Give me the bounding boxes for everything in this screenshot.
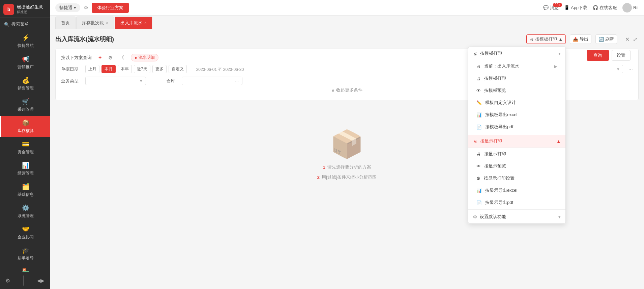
filter-settings-right-button[interactable]: 设置 bbox=[612, 50, 631, 61]
sidebar-item-purchase[interactable]: 🛒 采购管理 bbox=[0, 95, 50, 116]
dropdown-display-print-header[interactable]: 🖨 按显示打印 ▲ bbox=[468, 135, 565, 148]
dropdown-display-print-label: 按显示打印 bbox=[480, 138, 502, 144]
date-filter-buttons: 上月 本月 本年 近7天 更多 自定义 bbox=[85, 65, 187, 73]
date-btn-custom[interactable]: 自定义 bbox=[169, 65, 187, 73]
hint1-text: 请先选择要分析的方案 bbox=[327, 164, 371, 170]
app-download-button[interactable]: 📱 App下载 bbox=[564, 5, 587, 11]
dropdown-display-print-settings[interactable]: ⚙ 按显示打印设置 bbox=[468, 172, 565, 184]
item-pdf-icon: 📄 bbox=[476, 125, 482, 130]
customer-service-button[interactable]: 🎧 在线客服 bbox=[593, 5, 617, 11]
sidebar-item-label: 系统管理 bbox=[18, 213, 34, 219]
message-button[interactable]: 💬 消息 99+ bbox=[543, 5, 559, 11]
collapse-label: 收起更多条件 bbox=[336, 87, 362, 93]
dropdown-template-print-header[interactable]: 🖨 按模板打印 ▾ bbox=[468, 47, 565, 60]
sidebar-bottom: ⚙ ◀▶ bbox=[0, 272, 50, 289]
display-section-icon: 🖨 bbox=[473, 139, 477, 144]
sidebar-item-operations[interactable]: 📊 经营管理 bbox=[0, 158, 50, 180]
export-button[interactable]: 📤 导出 bbox=[570, 34, 591, 44]
tab-batch-account-close[interactable]: × bbox=[106, 21, 108, 25]
sidebar-item-appstore[interactable]: 🏪 应用中心 bbox=[0, 265, 50, 272]
promo-button[interactable]: 体验行业方案 bbox=[92, 3, 129, 13]
sidebar-item-finance[interactable]: 💳 资金管理 bbox=[0, 137, 50, 158]
dropdown-template-export-excel[interactable]: 📊 按模板导出excel bbox=[468, 109, 565, 121]
user-selector[interactable]: 畅捷通 ▾ bbox=[55, 3, 80, 12]
sidebar-item-basic[interactable]: 🗂️ 基础信息 bbox=[0, 180, 50, 201]
collapse-sidebar-icon[interactable]: ◀▶ bbox=[37, 278, 45, 283]
refresh-icon: 🔄 bbox=[598, 37, 604, 42]
dropdown-current-template[interactable]: 🖨 当前：出入库流水 ▶ bbox=[468, 60, 565, 72]
tab-batch-account[interactable]: 库存批次账 × bbox=[76, 17, 114, 29]
template-section-icon: 🖨 bbox=[473, 51, 477, 56]
filter-tag-label: 流水明细 bbox=[139, 55, 155, 60]
app-download-label: App下载 bbox=[571, 5, 587, 11]
warehouse-label: 仓库 bbox=[166, 78, 175, 84]
voucher-type-more[interactable]: ··· bbox=[628, 66, 633, 72]
template-export-pdf-label: 按模板导出pdf bbox=[485, 124, 513, 130]
dropdown-display-export-excel[interactable]: 📊 按显示导出excel bbox=[468, 184, 565, 196]
tab-inout-flow[interactable]: 出入库流水 × bbox=[115, 17, 152, 29]
business-type-select[interactable]: ▾ bbox=[85, 77, 146, 85]
sidebar-item-cooperation[interactable]: 🤝 企业协同 bbox=[0, 222, 50, 243]
user-profile-area[interactable]: Rit bbox=[622, 3, 639, 12]
sidebar-item-sales[interactable]: 💰 销售管理 bbox=[0, 73, 50, 95]
dropdown-display-print-item[interactable]: 🖨 按显示打印 bbox=[468, 148, 565, 160]
settings-bottom-icon[interactable]: ⚙ bbox=[5, 278, 10, 284]
item-design-icon: ✏️ bbox=[476, 100, 482, 105]
sidebar-item-inventory[interactable]: 📦 库存核算 bbox=[0, 116, 50, 137]
sidebar-item-guide[interactable]: 🎓 新手引导 bbox=[0, 243, 50, 265]
window-close-button[interactable]: ✕ bbox=[624, 35, 631, 44]
template-print-button[interactable]: 🖨 按模板打印 ▲ bbox=[526, 34, 566, 44]
voucher-type-arrow: ▾ bbox=[617, 67, 619, 72]
topbar: 畅捷通 ▾ ⚙ 体验行业方案 💬 消息 99+ 📱 App下载 🎧 在线客服 bbox=[50, 0, 644, 16]
dropdown-template-print-item[interactable]: 🖨 按模板打印 bbox=[468, 72, 565, 84]
dropdown-set-default-header[interactable]: ⚙ 设置默认功能 ▾ bbox=[468, 210, 565, 224]
sidebar-item-label: 企业协同 bbox=[18, 234, 34, 240]
display-print-settings-label: 按显示打印设置 bbox=[484, 175, 515, 181]
tab-inout-flow-label: 出入库流水 bbox=[120, 20, 142, 26]
topbar-settings-icon[interactable]: ⚙ bbox=[84, 4, 88, 11]
date-btn-this-year[interactable]: 本年 bbox=[118, 65, 132, 73]
active-filter-tag: ● 流水明细 bbox=[131, 54, 158, 61]
filter-settings-button[interactable]: ⚙ bbox=[108, 55, 113, 60]
dropdown-template-design[interactable]: ✏️ 模板自定义设计 bbox=[468, 97, 565, 109]
sidebar-search-item[interactable]: 🔍 搜索菜单 bbox=[0, 18, 50, 31]
tab-batch-account-label: 库存批次账 bbox=[82, 20, 104, 26]
sidebar-item-label: 基础信息 bbox=[18, 192, 34, 198]
refresh-button[interactable]: 🔄 刷新 bbox=[595, 34, 617, 44]
date-btn-7days[interactable]: 近7天 bbox=[134, 65, 150, 73]
quick-nav-icon: ⚡ bbox=[22, 34, 29, 42]
dropdown-display-preview[interactable]: 👁 按显示预览 bbox=[468, 160, 565, 172]
template-print-container: 🖨 按模板打印 ▲ 🖨 按模板打印 ▾ bbox=[526, 34, 566, 44]
tab-inout-flow-close[interactable]: × bbox=[144, 21, 147, 25]
sidebar-item-label: 营销推广 bbox=[18, 64, 34, 70]
search-icon: 🔍 bbox=[4, 22, 9, 27]
sales-icon: 💰 bbox=[22, 77, 29, 84]
sidebar-item-marketing[interactable]: 📢 营销推广 bbox=[0, 52, 50, 73]
sidebar-item-label: 库存核算 bbox=[18, 128, 34, 134]
window-maximize-button[interactable]: ⤢ bbox=[632, 35, 639, 44]
user-profile-name: Rit bbox=[633, 5, 639, 10]
dropdown-template-export-pdf[interactable]: 📄 按模板导出pdf bbox=[468, 121, 565, 133]
dropdown-template-print-label: 按模板打印 bbox=[480, 50, 502, 56]
voucher-type-select[interactable]: ▾ bbox=[562, 65, 623, 73]
dropdown-template-preview[interactable]: 👁 按模板预览 bbox=[468, 84, 565, 97]
sidebar-item-quick-nav[interactable]: ⚡ 快捷导航 bbox=[0, 31, 50, 52]
filter-add-button[interactable]: + bbox=[98, 55, 101, 61]
date-btn-more[interactable]: 更多 bbox=[152, 65, 167, 73]
tab-home[interactable]: 首页 bbox=[55, 17, 76, 29]
dropdown-display-export-pdf[interactable]: 📄 按显示导出pdf bbox=[468, 196, 565, 209]
template-section-arrow: ▾ bbox=[558, 51, 561, 56]
query-button[interactable]: 查询 bbox=[587, 50, 609, 61]
filter-collapse-button[interactable]: 《 bbox=[119, 55, 124, 61]
main-area: 畅捷通 ▾ ⚙ 体验行业方案 💬 消息 99+ 📱 App下载 🎧 在线客服 bbox=[50, 0, 644, 289]
default-section-icon: ⚙ bbox=[473, 214, 477, 219]
date-btn-this-month[interactable]: 本月 bbox=[101, 65, 116, 73]
customer-service-icon: 🎧 bbox=[593, 5, 598, 10]
sidebar-item-system[interactable]: ⚙️ 系统管理 bbox=[0, 201, 50, 222]
display-export-excel-label: 按显示导出excel bbox=[485, 187, 517, 193]
display-section-arrow: ▲ bbox=[556, 139, 561, 144]
warehouse-select[interactable]: ··· bbox=[182, 77, 242, 85]
date-btn-last-month[interactable]: 上月 bbox=[85, 65, 99, 73]
current-template-arrow: ▶ bbox=[554, 64, 557, 69]
empty-illustration: 📦 bbox=[330, 128, 364, 160]
